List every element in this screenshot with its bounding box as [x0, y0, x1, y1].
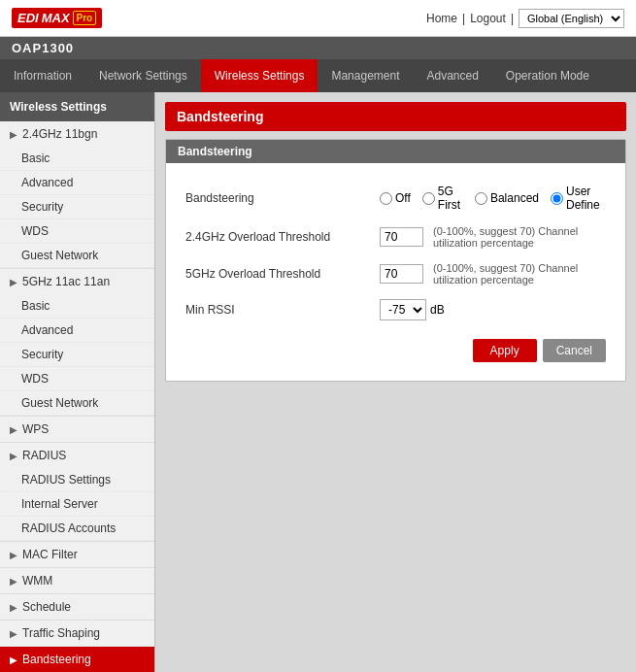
- sidebar-sub-advanced-2g[interactable]: Advanced: [0, 171, 154, 195]
- chevron-right-icon-5g: ▶: [10, 277, 17, 287]
- min-rssi-unit: dB: [430, 303, 445, 317]
- logo: EDIMAX Pro: [12, 8, 102, 28]
- sidebar-wmm-label: WMM: [22, 574, 52, 588]
- header: EDIMAX Pro Home | Logout | Global (Engli…: [0, 0, 636, 37]
- sidebar-sub-wds-5g[interactable]: WDS: [0, 367, 154, 391]
- radio-balanced[interactable]: [475, 192, 487, 205]
- sidebar-section-2ghz: ▶ 2.4GHz 11bgn Basic Advanced Security W…: [0, 121, 154, 269]
- page-title: Bandsteering: [165, 102, 626, 131]
- bandsteering-field-label: Bandsteering: [178, 178, 372, 218]
- cancel-button[interactable]: Cancel: [543, 339, 606, 362]
- nav-wireless-settings[interactable]: Wireless Settings: [201, 59, 318, 92]
- bandsteering-form-table: Bandsteering Off 5G First: [178, 178, 614, 327]
- overload-24-inline: (0-100%, suggest 70) Channel utilization…: [380, 225, 606, 249]
- logo-edi: EDI: [17, 11, 39, 25]
- radio-label-5g-first[interactable]: 5G First: [422, 185, 463, 212]
- overload-24-label: 2.4GHz Overload Threshold: [178, 218, 372, 255]
- overload-5g-label: 5GHz Overload Threshold: [178, 255, 372, 292]
- sidebar-bandsteering-label: Bandsteering: [22, 653, 91, 666]
- sidebar-mac-filter-label: MAC Filter: [22, 548, 78, 561]
- sidebar-schedule-label: Schedule: [22, 600, 71, 614]
- chevron-right-icon-schedule: ▶: [10, 602, 17, 613]
- sidebar-section-radius: ▶ RADIUS RADIUS Settings Internal Server…: [0, 443, 154, 542]
- sidebar: Wireless Settings ▶ 2.4GHz 11bgn Basic A…: [0, 92, 155, 672]
- sidebar-item-mac-filter[interactable]: ▶ MAC Filter: [0, 542, 154, 568]
- radio-user-define-text: User Define: [566, 185, 606, 212]
- bandsteering-field-value: Off 5G First Balanced: [372, 178, 614, 218]
- min-rssi-value: -75 -70 -65 -60 -55 -50 -80 -85: [372, 292, 614, 327]
- sidebar-sub-internal-server[interactable]: Internal Server: [0, 492, 154, 517]
- section-box-body: Bandsteering Off 5G First: [166, 163, 625, 381]
- sidebar-title: Wireless Settings: [0, 92, 154, 121]
- radio-5g-first-text: 5G First: [438, 185, 463, 212]
- sidebar-section-header-radius[interactable]: ▶ RADIUS: [0, 443, 154, 468]
- overload-5g-value: (0-100%, suggest 70) Channel utilization…: [372, 255, 614, 292]
- device-model-bar: OAP1300: [0, 37, 636, 59]
- content-area: Bandsteering Bandsteering Bandsteering: [155, 92, 636, 672]
- section-box-header: Bandsteering: [166, 140, 625, 163]
- sidebar-item-wps[interactable]: ▶ WPS: [0, 417, 154, 443]
- sidebar-sub-wds-2g[interactable]: WDS: [0, 219, 154, 244]
- radio-label-balanced[interactable]: Balanced: [475, 191, 539, 205]
- radio-off[interactable]: [380, 192, 392, 205]
- min-rssi-label: Min RSSI: [178, 292, 372, 327]
- overload-24-value: (0-100%, suggest 70) Channel utilization…: [372, 218, 614, 255]
- sidebar-sub-radius-accounts[interactable]: RADIUS Accounts: [0, 517, 154, 541]
- sidebar-section-header-5ghz[interactable]: ▶ 5GHz 11ac 11an: [0, 269, 154, 294]
- radio-off-text: Off: [395, 191, 411, 205]
- logout-link[interactable]: Logout: [470, 12, 506, 25]
- sidebar-2ghz-label: 2.4GHz 11bgn: [22, 127, 97, 141]
- device-model: OAP1300: [12, 41, 74, 55]
- chevron-right-icon-wps: ▶: [10, 424, 17, 435]
- radio-balanced-text: Balanced: [490, 191, 539, 205]
- sidebar-item-schedule[interactable]: ▶ Schedule: [0, 594, 154, 621]
- sidebar-sub-radius-settings[interactable]: RADIUS Settings: [0, 468, 154, 492]
- sidebar-wps-label: WPS: [22, 422, 49, 436]
- chevron-right-icon: ▶: [10, 129, 17, 140]
- section-box-bandsteering: Bandsteering Bandsteering Off: [165, 139, 626, 382]
- logo-box: EDIMAX Pro: [12, 8, 102, 28]
- nav-advanced[interactable]: Advanced: [413, 59, 491, 92]
- sidebar-sub-basic-5g[interactable]: Basic: [0, 294, 154, 319]
- sidebar-sub-basic-2g[interactable]: Basic: [0, 147, 154, 171]
- sidebar-sub-advanced-5g[interactable]: Advanced: [0, 319, 154, 343]
- overload-24-help: (0-100%, suggest 70) Channel utilization…: [433, 225, 606, 249]
- chevron-right-icon-band: ▶: [10, 655, 17, 665]
- chevron-right-icon-wmm: ▶: [10, 576, 17, 587]
- radio-5g-first[interactable]: [422, 192, 435, 205]
- table-row-overload-5g: 5GHz Overload Threshold (0-100%, suggest…: [178, 255, 614, 292]
- radio-label-user-define[interactable]: User Define: [551, 185, 606, 212]
- bandsteering-radio-group: Off 5G First Balanced: [380, 185, 606, 212]
- nav-information[interactable]: Information: [0, 59, 85, 92]
- sidebar-section-header-2ghz[interactable]: ▶ 2.4GHz 11bgn: [0, 121, 154, 147]
- min-rssi-select[interactable]: -75 -70 -65 -60 -55 -50 -80 -85: [380, 299, 426, 320]
- sidebar-sub-security-2g[interactable]: Security: [0, 195, 154, 219]
- sidebar-item-wmm[interactable]: ▶ WMM: [0, 568, 154, 594]
- table-row-bandsteering: Bandsteering Off 5G First: [178, 178, 614, 218]
- table-row-overload-24: 2.4GHz Overload Threshold (0-100%, sugge…: [178, 218, 614, 255]
- nav-bar: Information Network Settings Wireless Se…: [0, 59, 636, 92]
- overload-24-input[interactable]: [380, 227, 423, 247]
- sidebar-sub-security-5g[interactable]: Security: [0, 343, 154, 367]
- nav-management[interactable]: Management: [318, 59, 413, 92]
- chevron-right-icon-mac: ▶: [10, 550, 17, 560]
- chevron-right-icon-traffic: ▶: [10, 628, 17, 639]
- logo-pro: Pro: [73, 11, 97, 25]
- sidebar-item-traffic-shaping[interactable]: ▶ Traffic Shaping: [0, 621, 154, 647]
- apply-button[interactable]: Apply: [473, 339, 537, 362]
- sidebar-sub-guest-5g[interactable]: Guest Network: [0, 391, 154, 416]
- header-links: Home | Logout | Global (English) 中文: [426, 9, 624, 28]
- nav-network-settings[interactable]: Network Settings: [85, 59, 201, 92]
- radio-label-off[interactable]: Off: [380, 191, 411, 205]
- home-link[interactable]: Home: [426, 12, 457, 25]
- sidebar-radius-label: RADIUS: [22, 449, 66, 462]
- language-select[interactable]: Global (English) 中文: [519, 9, 624, 28]
- nav-operation-mode[interactable]: Operation Mode: [492, 59, 603, 92]
- sidebar-item-bandsteering[interactable]: ▶ Bandsteering: [0, 647, 154, 672]
- logo-max: MAX: [42, 11, 70, 25]
- radio-user-define[interactable]: [551, 192, 563, 205]
- sidebar-sub-guest-2g[interactable]: Guest Network: [0, 244, 154, 268]
- sidebar-traffic-shaping-label: Traffic Shaping: [22, 626, 100, 640]
- overload-5g-input[interactable]: [380, 264, 423, 284]
- sidebar-5ghz-label: 5GHz 11ac 11an: [22, 275, 110, 288]
